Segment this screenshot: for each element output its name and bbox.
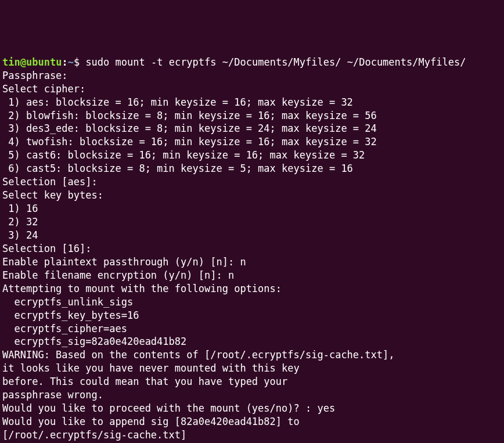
prompt-dollar: $ xyxy=(74,56,85,68)
output-line: Would you like to append sig [82a0e420ea… xyxy=(2,415,502,428)
prompt-path: ~ xyxy=(68,56,74,68)
output-line: Selection [aes]: xyxy=(2,175,502,189)
output-line: Enable filename encryption (y/n) [n]: n xyxy=(2,269,502,282)
output-line: 1) 16 xyxy=(2,202,502,215)
output-line: 5) cast6: blocksize = 16; min keysize = … xyxy=(2,149,502,162)
output-line: ecryptfs_sig=82a0e420ead41b82 xyxy=(2,335,502,348)
output-line: it looks like you have never mounted wit… xyxy=(2,362,502,375)
output-line: 6) cast5: blocksize = 8; min keysize = 5… xyxy=(2,162,502,175)
output-line: Passphrase: xyxy=(2,69,502,82)
output-line: Would you like to proceed with the mount… xyxy=(2,402,502,415)
output-line: WARNING: Based on the contents of [/root… xyxy=(2,348,502,362)
output-line: [/root/.ecryptfs/sig-cache.txt] xyxy=(2,428,502,442)
command-text: sudo mount -t ecryptfs ~/Documents/Myfil… xyxy=(85,56,466,68)
prompt-user: tin xyxy=(2,56,20,68)
output-line: 1) aes: blocksize = 16; min keysize = 16… xyxy=(2,96,502,109)
output-line: passphrase wrong. xyxy=(2,388,502,402)
output-line: Select key bytes: xyxy=(2,189,502,202)
output-line: ecryptfs_key_bytes=16 xyxy=(2,309,502,322)
output-line: 3) des3_ede: blocksize = 8; min keysize … xyxy=(2,122,502,135)
output-line: 2) 32 xyxy=(2,215,502,229)
prompt-colon: : xyxy=(62,56,67,68)
output-line: ecryptfs_cipher=aes xyxy=(2,322,502,336)
output-line: 3) 24 xyxy=(2,229,502,242)
prompt-at: @ xyxy=(20,56,26,68)
output-line: 4) twofish: blocksize = 16; min keysize … xyxy=(2,135,502,149)
terminal-window[interactable]: tin@ubuntu:~$ sudo mount -t ecryptfs ~/D… xyxy=(2,56,502,443)
output-line: ecryptfs_unlink_sigs xyxy=(2,296,502,309)
output-line: before. This could mean that you have ty… xyxy=(2,375,502,388)
prompt-host: ubuntu xyxy=(26,56,62,68)
prompt-line[interactable]: tin@ubuntu:~$ sudo mount -t ecryptfs ~/D… xyxy=(2,56,502,69)
output-line: Select cipher: xyxy=(2,82,502,96)
output-line: Enable plaintext passthrough (y/n) [n]: … xyxy=(2,255,502,269)
output-line: 2) blowfish: blocksize = 8; min keysize … xyxy=(2,109,502,123)
output-line: Selection [16]: xyxy=(2,242,502,255)
output-line: Attempting to mount with the following o… xyxy=(2,282,502,296)
